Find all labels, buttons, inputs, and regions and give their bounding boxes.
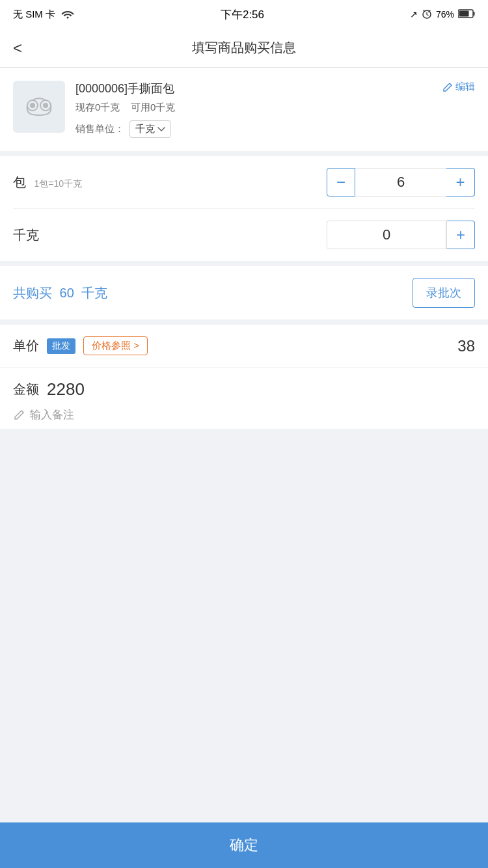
battery-text: 76% <box>436 9 454 20</box>
status-left: 无 SIM 卡 <box>13 8 75 21</box>
status-time: 下午2:56 <box>221 7 264 22</box>
edit-button[interactable]: 编辑 <box>442 81 475 93</box>
summary-section: 共购买 60 千克 录批次 <box>0 266 488 325</box>
bao-quantity-input[interactable] <box>355 168 446 197</box>
product-info: [0000006]手撕面包 编辑 现存0千克 可用0千克 销售单位： 千克 <box>75 81 475 138</box>
amount-value: 2280 <box>47 379 85 400</box>
svg-point-5 <box>30 103 35 108</box>
page-title: 填写商品购买信息 <box>192 39 296 57</box>
wifi-icon <box>61 8 75 21</box>
status-bar: 无 SIM 卡 下午2:56 ↗ 76% <box>0 0 488 29</box>
price-label: 单价 <box>13 337 39 355</box>
product-unit-row: 销售单位： 千克 <box>75 120 475 138</box>
record-batch-button[interactable]: 录批次 <box>413 278 475 308</box>
bao-quantity-row: 包 1包=10千克 − + <box>13 156 475 209</box>
product-stock: 现存0千克 可用0千克 <box>75 102 475 114</box>
svg-point-7 <box>43 103 48 108</box>
summary-text: 共购买 60 千克 <box>13 284 107 302</box>
bao-label-group: 包 1包=10千克 <box>13 174 82 191</box>
product-card: [0000006]手撕面包 编辑 现存0千克 可用0千克 销售单位： 千克 <box>0 68 488 156</box>
price-value: 38 <box>457 337 475 355</box>
note-row[interactable]: 输入备注 <box>13 407 475 422</box>
gray-area <box>0 429 488 822</box>
unit-dropdown[interactable]: 千克 <box>129 120 171 138</box>
pencil-icon <box>13 409 25 421</box>
status-right: ↗ 76% <box>410 8 475 21</box>
price-section: 单价 批发 价格参照 > 38 <box>0 325 488 368</box>
price-reference-button[interactable]: 价格参照 > <box>83 336 148 355</box>
carrier-text: 无 SIM 卡 <box>13 8 55 21</box>
bao-hint: 1包=10千克 <box>34 178 82 189</box>
bao-increment-button[interactable]: + <box>446 168 475 197</box>
battery-icon <box>458 9 475 20</box>
amount-label: 金额 <box>13 381 39 398</box>
bao-decrement-button[interactable]: − <box>327 168 355 197</box>
kg-controls: + <box>327 221 475 249</box>
price-type-tag: 批发 <box>47 338 75 354</box>
svg-rect-3 <box>459 10 468 16</box>
product-name: [0000006]手撕面包 <box>75 81 174 96</box>
kg-increment-button[interactable]: + <box>446 221 475 249</box>
back-button[interactable]: < <box>13 39 22 57</box>
kg-label: 千克 <box>13 226 39 244</box>
amount-row: 金额 2280 <box>13 379 475 400</box>
kg-quantity-row: 千克 + <box>13 209 475 261</box>
confirm-button[interactable]: 确定 <box>0 822 488 868</box>
quantity-section: 包 1包=10千克 − + 千克 + <box>0 156 488 266</box>
note-placeholder[interactable]: 输入备注 <box>30 407 74 422</box>
svg-rect-2 <box>473 12 474 16</box>
product-thumbnail <box>13 81 65 133</box>
bao-label: 包 <box>13 175 26 189</box>
location-icon: ↗ <box>410 9 418 20</box>
bao-controls: − + <box>327 168 475 197</box>
nav-bar: < 填写商品购买信息 <box>0 29 488 68</box>
dropdown-arrow-icon <box>157 127 165 132</box>
kg-quantity-input[interactable] <box>327 221 446 249</box>
alarm-icon <box>422 8 432 21</box>
edit-icon <box>442 82 453 92</box>
product-top-row: [0000006]手撕面包 编辑 <box>75 81 475 102</box>
amount-section: 金额 2280 输入备注 <box>0 368 488 429</box>
